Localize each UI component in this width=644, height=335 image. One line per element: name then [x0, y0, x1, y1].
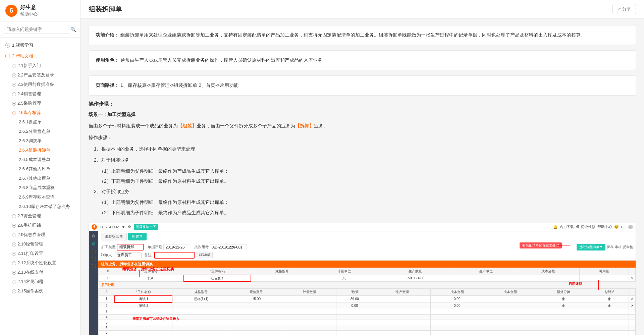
parent-table-row-1: 1 米米 红色盒子 只 150.00-1-00 [99, 275, 636, 282]
feature-intro-box: 功能介绍： 组装拆卸单用来处理企业组装或拆卸等加工业务，支持有固定装配清单的产品… [89, 25, 636, 45]
col-cost: 成本金额 [517, 268, 579, 275]
annotation-toggle: 组装业务、拆卸业务在这里切换 [122, 267, 174, 272]
path-text: 1、库存核算->库存管理->组装拆卸单 2、首页->常用功能 [120, 82, 238, 88]
annotation-line-toggle [139, 270, 140, 277]
form-input-remark[interactable] [154, 252, 195, 259]
sidebar-item-other-in[interactable]: 2.6.6其他入库单 [0, 164, 80, 174]
role-label: 使用角色： [96, 57, 119, 63]
form-field-batch: 批次组号 [194, 244, 247, 250]
sidebar-item-data-prep[interactable]: +2.3使用前数据准备 [0, 80, 80, 89]
sub-table-row-7: 7 [99, 330, 636, 335]
sub-items-table: # *子件名称 规格型号 规格型号 计量数量 *数量 *生产数量 成本金额 成本 [98, 288, 636, 335]
content-area: 功能介绍： 组装拆卸单用来处理企业组装或拆卸等加工业务，支持有固定装配清单的产品… [80, 18, 644, 335]
page-title: 组装拆卸单 [89, 5, 122, 14]
choose-bom-btn[interactable]: 选取装配清单▼ [577, 244, 605, 250]
sidebar-item-faq[interactable]: +2.14常见问题 [0, 277, 80, 286]
minus-icon: − [5, 54, 10, 58]
sub-table-row-3: 3 [99, 309, 636, 314]
app-sidebar-strip: 自 新 ⬛ ⬛ ⬛ [89, 231, 98, 335]
sidebar-item-finance[interactable]: +2.7资金管理 [0, 211, 80, 221]
form-input-type[interactable] [117, 244, 144, 250]
annotation-bom: 有装配清单的在这里处理 [520, 242, 562, 248]
annotation-line-enable [598, 280, 599, 290]
parent-code-cell: 红色盒子 [184, 275, 251, 282]
sub-table-row-1: 1 测试 1 规格(1+1) 15.00 89.00 0.00 [99, 296, 636, 302]
sidebar-item-partial-stocktake[interactable]: 2.6.2分量盘点单 [0, 127, 80, 136]
app-topbar-right: 🔔 App下载 🛠 初级检修 帮助中心 😊 CC ✕ [553, 224, 633, 229]
sidebar-item-other-out[interactable]: 2.6.7其他出库单 [0, 174, 80, 183]
assembly-type-bar: 组装业务、拆卸业务在这里切换 [98, 261, 636, 268]
sidebar-item-inventory-error[interactable]: 2.6.10库存账本错了怎么办 [0, 202, 80, 211]
form-input-operator[interactable] [115, 252, 142, 258]
step3-sub2: （2）下部明细为子件明细，最终作为产成品生成其它入库单。 [99, 208, 636, 217]
feature-intro-label: 功能介绍： [96, 32, 119, 38]
col-qty: 生产数量 [375, 268, 455, 275]
path-label: 页面路径： [96, 82, 119, 88]
sidebar-item-videos[interactable]: + 1.视频学习 [0, 40, 80, 50]
feature-intro-text: 组装拆卸单用来处理企业组装或拆卸等加工业务，支持有固定装配清单的产品加工业务，也… [120, 32, 585, 38]
sidebar-item-coupon[interactable]: +2.9优惠券管理 [0, 230, 80, 239]
sidebar: 6 好生意 帮助中心 🔍 + 1.视频学习 − 2.帮助文档 +2.1新手 [0, 0, 80, 335]
close-icon[interactable]: ✕ [628, 225, 633, 229]
sidebar-item-inventory-ledger[interactable]: 2.6.9库存账本查询 [0, 192, 80, 202]
app-screenshot: 6 TEST-H002 ▼ ⚙ 问题反馈一下 🔔 App下载 🛠 初级检修 帮助… [89, 223, 636, 335]
brand-name: 好生意 帮助中心 [20, 4, 38, 17]
sub-table-row-6: 6 [99, 325, 636, 330]
app-nav-tabs: 组装拆卸单 新建单 [98, 231, 636, 242]
search-input[interactable] [4, 25, 69, 34]
role-text: 通常由生产人员或库管人员完成拆装业务的操作，库管人员确认原材料的出库和产成品的入… [120, 57, 322, 63]
col-seq: # [99, 268, 117, 275]
sidebar-item-transfer[interactable]: 2.6.3调拨单 [0, 136, 80, 146]
sidebar-item-cost-adjust[interactable]: 2.6.5成本调整单 [0, 155, 80, 164]
ops-steps-title: 操作步骤： [89, 101, 636, 107]
sidebar-item-assembly[interactable]: 2.6.4组装拆卸单 [0, 146, 80, 155]
app-topbar-left: 6 TEST-H002 ▼ ⚙ 问题反馈一下 [92, 224, 158, 230]
sidebar-item-payment[interactable]: +2.13在线支付 [0, 268, 80, 277]
logo-icon: 6 [5, 5, 17, 17]
sidebar-item-docs[interactable]: − 2.帮助文档 [0, 51, 80, 61]
tab-new-doc[interactable]: 新建单 [128, 233, 147, 240]
parent-items-table-container: # *父件名称 *父件编码 规格型号 计量单位 生产数量 生产单位 成本金额 可 [98, 268, 636, 282]
col-unit: 计量单位 [313, 268, 375, 275]
sidebar-item-inventory[interactable]: −2.6库存核算 [0, 108, 80, 117]
app-topbar: 6 TEST-H002 ▼ ⚙ 问题反馈一下 🔔 App下载 🛠 初级检修 帮助… [89, 223, 636, 231]
sub-items-table-container: # *子件名称 规格型号 规格型号 计量数量 *数量 *生产数量 成本金额 成本 [98, 288, 636, 335]
sidebar-item-personalize[interactable]: +2.12系统个性化设置 [0, 258, 80, 268]
step2-sub2: （2）下部明细为子件明细，最终作为原材料生成其它出库单。 [99, 177, 636, 186]
expand-remark-btn[interactable]: 关联出场 [196, 252, 213, 258]
nav-section-docs: − 2.帮助文档 +2.1新手入门 +2.2产品安装及登录 +2.3使用前数据准… [0, 51, 80, 296]
sidebar-item-stocktake[interactable]: 2.6.1盘点单 [0, 117, 80, 127]
ops-steps-sub-label: 操作步骤： [89, 133, 636, 142]
tab-assembly-list[interactable]: 组装拆卸单 [101, 233, 127, 240]
form-input-batch[interactable] [210, 244, 247, 250]
share-icon: ↗ [618, 7, 621, 11]
sidebar-item-install[interactable]: +2.2产品安装及登录 [0, 70, 80, 80]
col-spec: 规格型号 [251, 268, 313, 275]
sidebar-item-purchase[interactable]: +2.5采购管理 [0, 99, 80, 108]
col-prod-unit: 生产单位 [455, 268, 517, 275]
step3: 3、对于拆卸业务 [94, 187, 636, 196]
path-box: 页面路径： 1、库存核算->库存管理->组装拆卸单 2、首页->常用功能 [89, 75, 636, 95]
search-box: 🔍 [0, 21, 80, 38]
col-parent-code: *父件编码 [184, 268, 251, 275]
sidebar-item-mobile[interactable]: +2.8手机旺铺 [0, 221, 80, 230]
sidebar-item-cases[interactable]: +2.15操作案例 [0, 286, 80, 296]
top-bar: 组装拆卸单 ↗ 分享 [80, 0, 644, 18]
sidebar-item-print[interactable]: +2.11打印设置 [0, 249, 80, 258]
annotation-line-1 [557, 245, 570, 245]
annotation-line-no-bom [156, 311, 156, 321]
step3-sub1: （1）上部明细为父件明细，最终作为原材料生成其它出库单； [99, 198, 636, 207]
col-action [629, 268, 636, 275]
sidebar-item-newbie[interactable]: +2.1新手入门 [0, 61, 80, 70]
feedback-btn[interactable]: 问题反馈一下 [134, 224, 158, 230]
app-screenshot-container: 6 TEST-H002 ▼ ⚙ 问题反馈一下 🔔 App下载 🛠 初级检修 帮助… [89, 223, 636, 335]
assembly-type-label: 组装业务、拆卸业务在这里切换 [101, 262, 153, 267]
search-button[interactable]: 🔍 [70, 27, 76, 32]
share-button[interactable]: ↗ 分享 [612, 4, 636, 14]
sidebar-item-ops[interactable]: +2.10经营管理 [0, 239, 80, 249]
form-field-date: 单据日期 [148, 244, 190, 250]
form-input-date[interactable] [163, 244, 190, 250]
sidebar-item-sales[interactable]: +2.4销售管理 [0, 89, 80, 99]
sidebar-item-cost-recalc[interactable]: 2.6.8商品成本重算 [0, 183, 80, 192]
plus-icon: + [5, 43, 10, 48]
